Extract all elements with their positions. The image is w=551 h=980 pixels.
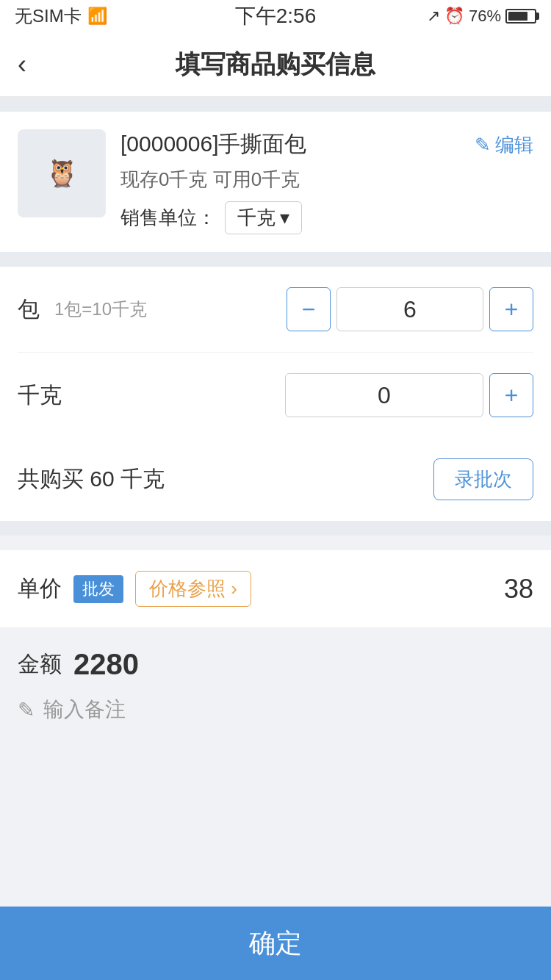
section-divider-1 xyxy=(0,97,551,112)
summary-text: 共购买 60 千克 xyxy=(18,464,165,494)
price-section: 单价 批发 价格参照 › 38 xyxy=(0,550,551,627)
product-card: 🦉 [0000006]手撕面包 现存0千克 可用0千克 销售单位： 千克 ▾ ✎… xyxy=(0,112,551,252)
status-right: ↗ ⏰ 76% xyxy=(427,7,536,26)
kg-input-row: 千克 + xyxy=(18,353,533,438)
price-row: 单价 批发 价格参照 › 38 xyxy=(18,571,533,607)
bao-hint: 1包=10千克 xyxy=(54,298,147,321)
kg-label-text: 千克 xyxy=(18,381,62,411)
record-batch-button[interactable]: 录批次 xyxy=(433,458,533,500)
status-time: 下午2:56 xyxy=(235,2,317,30)
product-logo: 🦉 xyxy=(46,158,79,189)
section-divider-2 xyxy=(0,252,551,267)
section-divider-3 xyxy=(0,521,551,536)
product-image: 🦉 xyxy=(18,129,106,217)
status-bar: 无SIM卡 📶 下午2:56 ↗ ⏰ 76% xyxy=(0,0,551,32)
unit-dropdown-icon: ▾ xyxy=(280,206,289,229)
nav-bar: ‹ 填写商品购买信息 xyxy=(0,32,551,97)
kg-quantity-control: + xyxy=(285,373,533,417)
page-title: 填写商品购买信息 xyxy=(176,48,375,82)
kg-increment-button[interactable]: + xyxy=(489,373,533,417)
bao-quantity-input[interactable] xyxy=(336,287,483,331)
product-info: [0000006]手撕面包 现存0千克 可用0千克 销售单位： 千克 ▾ xyxy=(120,129,533,234)
price-label: 单价 xyxy=(18,574,62,604)
price-tag: 批发 xyxy=(73,575,123,603)
remark-edit-icon: ✎ xyxy=(18,698,35,722)
input-section: 包 1包=10千克 − + 千克 + xyxy=(0,267,551,438)
status-left: 无SIM卡 📶 xyxy=(15,4,107,28)
amount-value: 2280 xyxy=(73,648,139,681)
kg-label: 千克 xyxy=(18,381,62,411)
unit-value: 千克 xyxy=(237,205,276,231)
bao-input-row: 包 1包=10千克 − + xyxy=(18,267,533,353)
carrier-text: 无SIM卡 xyxy=(15,4,82,28)
remark-placeholder: 输入备注 xyxy=(43,696,126,724)
back-button[interactable]: ‹ xyxy=(18,49,26,80)
bao-decrement-button[interactable]: − xyxy=(287,287,331,331)
bao-quantity-control: − + xyxy=(287,287,533,331)
unit-select[interactable]: 千克 ▾ xyxy=(225,201,302,234)
summary-row: 共购买 60 千克 录批次 xyxy=(0,438,551,521)
battery-icon xyxy=(505,9,536,24)
bao-increment-button[interactable]: + xyxy=(489,287,533,331)
edit-label: 编辑 xyxy=(495,132,533,158)
product-name: [0000006]手撕面包 xyxy=(120,129,533,159)
remark-row[interactable]: ✎ 输入备注 xyxy=(18,696,533,741)
wifi-icon: 📶 xyxy=(87,7,107,26)
confirm-label: 确定 xyxy=(249,926,302,962)
alarm-icon: ⏰ xyxy=(444,7,464,26)
location-icon: ↗ xyxy=(427,7,440,26)
edit-icon: ✎ xyxy=(475,134,491,156)
kg-quantity-input[interactable] xyxy=(285,373,483,417)
bao-label-group: 包 1包=10千克 xyxy=(18,295,147,325)
product-stock: 现存0千克 可用0千克 xyxy=(120,167,533,192)
product-unit-row: 销售单位： 千克 ▾ xyxy=(120,201,533,234)
bao-label: 包 xyxy=(18,295,40,325)
edit-button[interactable]: ✎ 编辑 xyxy=(475,132,533,158)
price-value: 38 xyxy=(504,574,533,605)
unit-label: 销售单位： xyxy=(120,205,216,231)
amount-label: 金额 xyxy=(18,649,62,680)
confirm-button[interactable]: 确定 xyxy=(0,907,551,980)
price-ref-button[interactable]: 价格参照 › xyxy=(135,571,251,607)
battery-pct: 76% xyxy=(469,7,501,26)
amount-row: 金额 2280 xyxy=(18,648,533,681)
amount-section: 金额 2280 ✎ 输入备注 xyxy=(0,627,551,741)
